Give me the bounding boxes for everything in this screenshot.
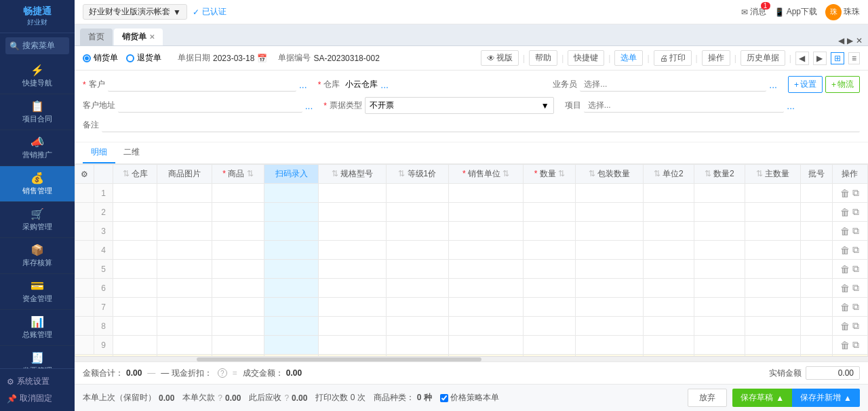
td-qty-5[interactable] [524, 260, 576, 279]
remarks-input[interactable] [102, 118, 860, 132]
td-qty-8[interactable] [524, 317, 576, 336]
sidebar-bottom-settings[interactable]: ⚙ 系统设置 [4, 373, 71, 390]
history-button[interactable]: 历史单据 [741, 50, 785, 66]
td-qty-4[interactable] [524, 241, 576, 260]
td-barcode-8[interactable] [264, 317, 319, 336]
search-menu-button[interactable]: 🔍 搜索菜单 [5, 37, 69, 54]
row-delete-5[interactable]: 🗑 [840, 264, 850, 275]
td-batch-7[interactable] [800, 298, 832, 317]
td-action-1[interactable]: 🗑 ⧉ [832, 184, 867, 203]
td-product-2[interactable] [212, 203, 264, 222]
td-pack-qty-9[interactable] [576, 336, 643, 355]
td-barcode-9[interactable] [264, 336, 319, 355]
customer-dots[interactable]: ... [299, 79, 307, 90]
sidebar-item-sales[interactable]: 💰 销售管理 [0, 166, 75, 202]
td-spec-9[interactable] [319, 336, 386, 355]
sidebar-item-marketing[interactable]: 📣 营销推广 [0, 130, 75, 166]
td-pack-qty-4[interactable] [576, 241, 643, 260]
td-image-1[interactable] [157, 184, 212, 203]
tab-nav-prev[interactable]: ◀ [838, 36, 844, 45]
td-barcode-2[interactable] [264, 203, 319, 222]
salesperson-input[interactable] [580, 77, 766, 92]
row-copy-8[interactable]: ⧉ [852, 320, 859, 332]
table-scrollbar[interactable] [75, 356, 868, 361]
td-main-qty-4[interactable] [745, 241, 800, 260]
sidebar-item-quick-nav[interactable]: ⚡ 快捷导航 [0, 58, 75, 94]
td-action-4[interactable]: 🗑 ⧉ [832, 241, 867, 260]
prev-record-button[interactable]: ◀ [795, 52, 809, 65]
realized-input[interactable] [806, 366, 860, 380]
receivable-question-icon[interactable]: ? [284, 393, 289, 403]
td-qty2-1[interactable] [694, 184, 745, 203]
tab-2d[interactable]: 二维 [115, 142, 148, 163]
td-warehouse-3[interactable] [113, 222, 157, 241]
td-barcode-5[interactable] [264, 260, 319, 279]
project-input[interactable] [584, 98, 785, 113]
sidebar-item-project[interactable]: 📋 项目合同 [0, 94, 75, 130]
preview-button[interactable]: 👁 视版 [481, 50, 519, 66]
td-pack-qty-3[interactable] [576, 222, 643, 241]
setup-button[interactable]: + 设置 [788, 76, 823, 93]
tab-nav-next[interactable]: ▶ [847, 36, 853, 45]
td-qty-9[interactable] [524, 336, 576, 355]
td-warehouse-2[interactable] [113, 203, 157, 222]
row-copy-6[interactable]: ⧉ [852, 282, 859, 294]
td-warehouse-6[interactable] [113, 279, 157, 298]
td-action-8[interactable]: 🗑 ⧉ [832, 317, 867, 336]
toolbar-view2[interactable]: ≡ [848, 52, 860, 64]
td-spec-2[interactable] [319, 203, 386, 222]
shortcut-button[interactable]: 快捷键 [568, 50, 604, 66]
td-pack-qty-6[interactable] [576, 279, 643, 298]
td-unit2-4[interactable] [643, 241, 694, 260]
td-unit2-8[interactable] [643, 317, 694, 336]
sidebar-bottom-cancel-pin[interactable]: 📌 取消固定 [4, 390, 71, 407]
td-product-5[interactable] [212, 260, 264, 279]
td-product-1[interactable] [212, 184, 264, 203]
td-qty-2[interactable] [524, 203, 576, 222]
td-qty-3[interactable] [524, 222, 576, 241]
row-copy-9[interactable]: ⧉ [852, 339, 859, 351]
td-action-7[interactable]: 🗑 ⧉ [832, 298, 867, 317]
td-price1-1[interactable] [386, 184, 448, 203]
td-unit2-1[interactable] [643, 184, 694, 203]
td-product-8[interactable] [212, 317, 264, 336]
td-batch-5[interactable] [800, 260, 832, 279]
td-qty2-3[interactable] [694, 222, 745, 241]
td-barcode-6[interactable] [264, 279, 319, 298]
project-dots[interactable]: ... [787, 100, 795, 111]
customer-input[interactable] [108, 77, 296, 92]
td-product-9[interactable] [212, 336, 264, 355]
td-warehouse-5[interactable] [113, 260, 157, 279]
td-main-qty-3[interactable] [745, 222, 800, 241]
td-sales-unit-5[interactable] [448, 260, 524, 279]
sidebar-item-finance[interactable]: 💳 资金管理 [0, 274, 75, 310]
td-qty2-9[interactable] [694, 336, 745, 355]
td-warehouse-8[interactable] [113, 317, 157, 336]
td-main-qty-8[interactable] [745, 317, 800, 336]
row-delete-2[interactable]: 🗑 [840, 207, 850, 218]
td-batch-6[interactable] [800, 279, 832, 298]
td-product-4[interactable] [212, 241, 264, 260]
td-image-6[interactable] [157, 279, 212, 298]
td-qty2-4[interactable] [694, 241, 745, 260]
td-unit2-2[interactable] [643, 203, 694, 222]
td-image-8[interactable] [157, 317, 212, 336]
td-sales-unit-8[interactable] [448, 317, 524, 336]
td-batch-3[interactable] [800, 222, 832, 241]
td-sales-unit-9[interactable] [448, 336, 524, 355]
td-batch-2[interactable] [800, 203, 832, 222]
td-product-7[interactable] [212, 298, 264, 317]
th-settings[interactable]: ⚙ [75, 165, 94, 184]
td-action-3[interactable]: 🗑 ⧉ [832, 222, 867, 241]
td-main-qty-6[interactable] [745, 279, 800, 298]
sidebar-item-accounting[interactable]: 📊 总账管理 [0, 310, 75, 346]
td-sales-unit-7[interactable] [448, 298, 524, 317]
td-image-4[interactable] [157, 241, 212, 260]
print-button[interactable]: 🖨 打印 [654, 50, 692, 66]
td-main-qty-9[interactable] [745, 336, 800, 355]
td-barcode-7[interactable] [264, 298, 319, 317]
td-pack-qty-2[interactable] [576, 203, 643, 222]
radio-return[interactable]: 退货单 [126, 52, 161, 64]
td-batch-4[interactable] [800, 241, 832, 260]
row-delete-6[interactable]: 🗑 [840, 283, 850, 294]
